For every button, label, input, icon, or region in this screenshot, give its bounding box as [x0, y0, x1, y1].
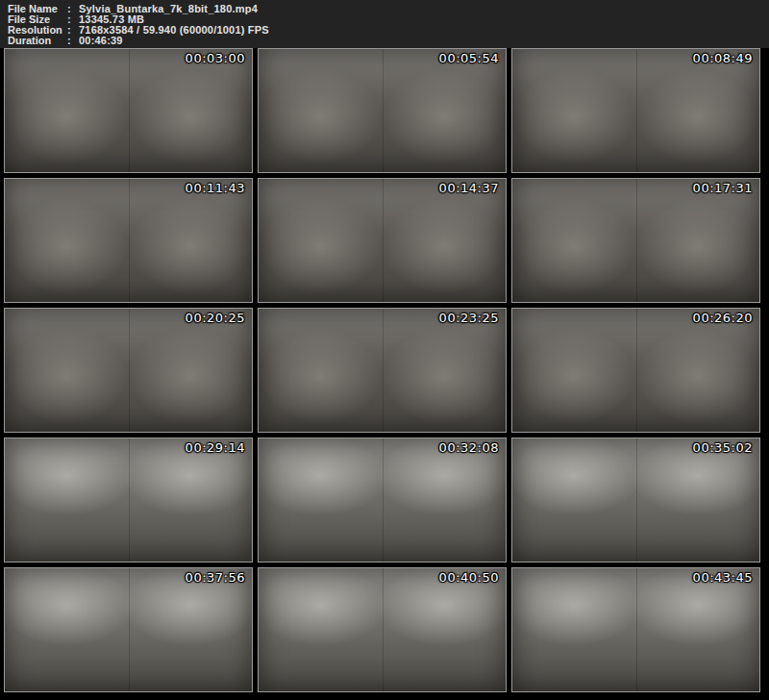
- timestamp-overlay: 00:05:54: [439, 51, 499, 65]
- timestamp-overlay: 00:26:20: [693, 311, 753, 325]
- timestamp-overlay: 00:17:31: [693, 181, 753, 195]
- info-label: Duration: [8, 36, 67, 46]
- timestamp-overlay: 00:35:02: [693, 440, 753, 455]
- file-info-header: File Name : Sylvia_Buntarka_7k_8bit_180.…: [0, 0, 769, 48]
- video-thumbnail[interactable]: 00:23:25: [258, 308, 507, 433]
- video-thumbnail[interactable]: 00:17:31: [511, 178, 760, 303]
- timestamp-overlay: 00:40:50: [439, 570, 499, 585]
- info-row-duration: Duration : 00:46:39: [8, 36, 769, 46]
- video-thumbnail[interactable]: 00:32:08: [258, 438, 507, 562]
- timestamp-overlay: 00:43:45: [693, 570, 753, 585]
- video-thumbnail[interactable]: 00:11:43: [4, 178, 253, 303]
- thumbnail-grid: 00:03:00 00:05:54 00:08:49 00:11:43 00:1…: [0, 48, 769, 700]
- video-thumbnail[interactable]: 00:43:45: [511, 567, 760, 692]
- video-thumbnail[interactable]: 00:35:02: [511, 438, 760, 562]
- info-separator: :: [67, 36, 79, 46]
- timestamp-overlay: 00:29:14: [186, 440, 245, 455]
- timestamp-overlay: 00:37:56: [186, 570, 245, 585]
- video-thumbnail[interactable]: 00:20:25: [4, 308, 253, 433]
- timestamp-overlay: 00:20:25: [186, 311, 245, 325]
- video-thumbnail[interactable]: 00:40:50: [258, 567, 507, 692]
- duration-value: 00:46:39: [79, 36, 123, 46]
- video-thumbnail[interactable]: 00:08:49: [511, 48, 760, 173]
- video-thumbnail[interactable]: 00:05:54: [258, 48, 507, 173]
- video-thumbnail[interactable]: 00:26:20: [511, 308, 760, 433]
- timestamp-overlay: 00:08:49: [693, 51, 753, 65]
- timestamp-overlay: 00:32:08: [439, 440, 499, 455]
- video-thumbnail[interactable]: 00:37:56: [4, 567, 253, 692]
- video-thumbnail[interactable]: 00:03:00: [4, 48, 253, 173]
- timestamp-overlay: 00:03:00: [186, 51, 245, 65]
- timestamp-overlay: 00:11:43: [186, 181, 245, 195]
- video-thumbnail[interactable]: 00:14:37: [258, 178, 507, 303]
- timestamp-overlay: 00:23:25: [439, 311, 499, 325]
- video-thumbnail[interactable]: 00:29:14: [4, 438, 253, 562]
- timestamp-overlay: 00:14:37: [439, 181, 499, 195]
